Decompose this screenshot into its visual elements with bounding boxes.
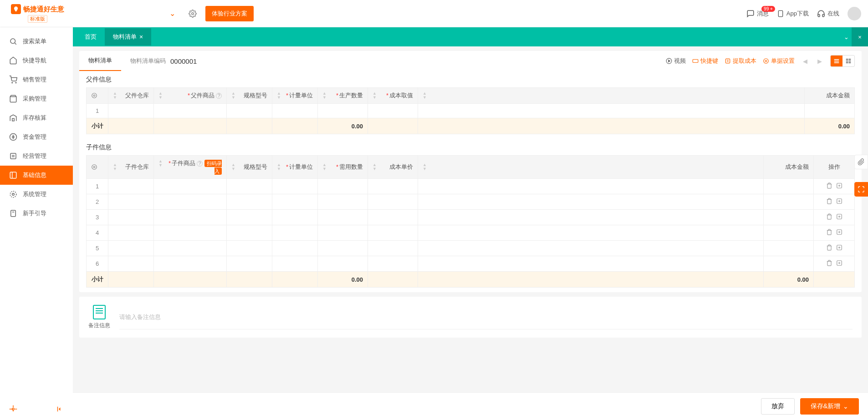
keyboard-icon [692,58,699,64]
next-doc-icon[interactable]: ▶ [816,58,824,65]
col-settings[interactable] [87,88,108,104]
tool-doc-settings[interactable]: 单据设置 [763,57,795,65]
sys-icon [9,190,17,198]
tool-video[interactable]: 视频 [666,57,686,65]
cta-button[interactable]: 体验行业方案 [205,6,254,21]
sidebar-item-stock[interactable]: 库存核算 [0,108,73,127]
col-child-warehouse[interactable]: ▲▼子件仓库 [108,156,154,179]
col-unit-cost[interactable]: ▲▼成本单价 [368,156,418,179]
tab-bom[interactable]: 物料清单 × [105,28,151,46]
col-empty[interactable]: ▲▼ [418,88,805,104]
delete-row-icon[interactable] [826,244,832,251]
logo[interactable]: 畅捷通好生意 标准版 [7,4,68,23]
info-icon[interactable]: ? [216,93,222,99]
col-empty[interactable]: ▲▼ [418,156,764,179]
tabs-bar: 首页 物料清单 × ⌄ × [73,27,868,46]
svg-point-16 [12,193,15,196]
sidebar-item-money[interactable]: 资金管理 [0,127,73,147]
messages-link[interactable]: 消息 99 + [746,10,769,18]
table-row[interactable]: 2 [87,194,855,210]
add-row-icon[interactable] [836,229,842,235]
col-settings[interactable] [87,156,108,179]
tool-shortcut[interactable]: 快捷键 [692,57,718,65]
table-row[interactable]: 6 [87,256,855,272]
fullscreen-icon[interactable] [854,182,868,197]
child-subtotal-row: 小计 0.00 0.00 [87,272,855,288]
remarks-input[interactable] [119,305,853,329]
add-row-icon[interactable] [836,213,842,220]
search-icon [9,37,17,46]
col-spec[interactable]: ▲▼规格型号 [227,88,272,104]
table-row[interactable]: 1 [87,179,855,194]
sidebar-item-label: 资金管理 [23,133,46,141]
attachment-icon[interactable] [854,155,868,169]
sidebar-settings-icon[interactable] [9,405,17,413]
add-row-icon[interactable] [836,182,842,189]
close-icon[interactable]: × [139,33,143,40]
user-avatar[interactable] [848,7,861,20]
chevron-down-icon: ⌄ [843,403,848,410]
col-spec[interactable]: ▲▼规格型号 [227,156,272,179]
company-selector[interactable]: ⌄ [75,7,180,20]
sidebar-collapse-icon[interactable] [56,405,64,413]
header-right: 消息 99 + App下载 在线 [746,7,861,20]
add-row-icon[interactable] [836,244,842,251]
sidebar-item-biz[interactable]: 经营管理 [0,147,73,166]
col-op: 操作 [814,156,855,179]
delete-row-icon[interactable] [826,213,832,220]
col-cost-amount[interactable]: 成本金额 [805,88,855,104]
col-unit[interactable]: ▲▼*计量单位 [272,156,318,179]
col-unit[interactable]: ▲▼*计量单位 [272,88,318,104]
col-cost-method[interactable]: ▲▼*成本取值 [368,88,418,104]
tool-extract-cost[interactable]: 提取成本 [725,57,756,65]
sidebar-item-sys[interactable]: 系统管理 [0,185,73,204]
stock-icon [9,114,17,122]
col-child-product[interactable]: ▲▼*子件商品?扫码录入 [154,156,227,179]
discard-button[interactable]: 放弃 [761,398,795,415]
tab-home[interactable]: 首页 [77,28,105,46]
delete-row-icon[interactable] [826,198,832,204]
delete-row-icon[interactable] [826,229,832,235]
save-new-button[interactable]: 保存&新增 ⌄ [800,398,859,415]
sidebar-item-label: 搜索菜单 [23,37,46,46]
sidebar-item-guide[interactable]: 新手引导 [0,204,73,223]
view-list-icon[interactable] [831,56,842,66]
svg-line-4 [15,43,16,44]
table-row[interactable]: 3 [87,210,855,225]
sidebar-item-base[interactable]: 基础信息 [0,166,73,185]
sidebar-item-sell[interactable]: 销售管理 [0,70,73,89]
table-row[interactable]: 4 [87,225,855,241]
col-need-qty[interactable]: ▲▼*需用数量 [318,156,368,179]
delete-row-icon[interactable] [826,182,832,189]
view-toggle [830,55,855,67]
parent-subtotal-amount: 0.00 [805,118,855,134]
info-icon[interactable]: ? [197,161,203,167]
col-qty[interactable]: ▲▼*生产数量 [318,88,368,104]
settings-gear-icon[interactable] [187,8,199,20]
sidebar-item-buy[interactable]: 采购管理 [0,89,73,108]
sidebar-item-label: 基础信息 [23,171,46,179]
delete-row-icon[interactable] [826,260,832,266]
scan-badge[interactable]: 扫码录入 [204,160,222,175]
table-row[interactable]: 1 [87,104,855,118]
add-row-icon[interactable] [836,260,842,266]
col-cost-amount[interactable]: 成本金额 [764,156,814,179]
tabs-close-all-icon[interactable]: × [852,27,868,46]
doc-tab-bom[interactable]: 物料清单 [79,51,121,71]
online-support-link[interactable]: 在线 [817,10,839,18]
app-download-link[interactable]: App下载 [777,10,809,18]
remarks-label-block: 备注信息 [88,305,110,329]
tabs-dropdown-icon[interactable]: ⌄ [841,27,852,46]
col-parent-product[interactable]: ▲▼*父件商品? [154,88,227,104]
logo-mark-icon [11,4,21,14]
add-row-icon[interactable] [836,198,842,204]
svg-rect-29 [834,62,839,63]
prev-doc-icon[interactable]: ◀ [801,58,809,65]
messages-badge: 99 + [761,6,775,12]
view-card-icon[interactable] [842,56,854,66]
svg-rect-31 [849,59,851,61]
col-parent-warehouse[interactable]: ▲▼父件仓库 [108,88,154,104]
table-row[interactable]: 5 [87,241,855,256]
sidebar-item-search[interactable]: 搜索菜单 [0,32,73,51]
sidebar-item-home[interactable]: 快捷导航 [0,51,73,70]
